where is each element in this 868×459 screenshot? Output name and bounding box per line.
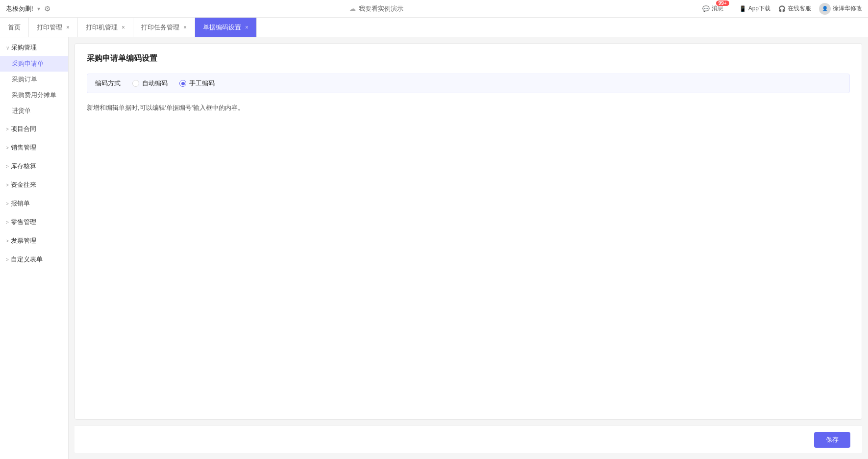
sidebar-group-project-contract-header[interactable]: > 项目合同 [0, 121, 68, 137]
auto-code-label: 自动编码 [142, 79, 168, 88]
tab-print-management-close[interactable]: × [66, 24, 70, 31]
chevron-right-icon-7: > [6, 238, 9, 244]
sidebar-group-capital-label: 资金往来 [11, 180, 36, 189]
manual-code-radio[interactable] [179, 80, 186, 87]
save-button[interactable]: 保存 [814, 432, 850, 448]
tab-single-code-settings-close[interactable]: × [245, 24, 248, 31]
chevron-right-icon: > [6, 127, 9, 132]
tab-printer-management[interactable]: 打印机管理 × [78, 18, 133, 37]
bottom-bar: 保存 [74, 426, 862, 453]
user-avatar-area[interactable]: 👤 徐泽华修改 [819, 3, 862, 15]
tab-bar: 首页 打印管理 × 打印机管理 × 打印任务管理 × 单据编码设置 × [0, 18, 868, 37]
coding-method-label: 编码方式 [95, 79, 121, 88]
sidebar-group-custom-forms: > 自定义表单 [0, 251, 68, 268]
tab-home-label: 首页 [8, 23, 21, 32]
sidebar-group-returns-header[interactable]: > 报销单 [0, 195, 68, 212]
sidebar-group-sales-header[interactable]: > 销售管理 [0, 139, 68, 156]
sidebar-item-purchase-expense[interactable]: 采购费用分摊单 [0, 87, 68, 103]
sidebar-group-capital-header[interactable]: > 资金往来 [0, 177, 68, 193]
sidebar-group-capital: > 资金往来 [0, 177, 68, 193]
sidebar-group-retail: > 零售管理 [0, 214, 68, 230]
sidebar-group-invoice-label: 发票管理 [11, 236, 36, 245]
auto-code-radio-option[interactable]: 自动编码 [132, 79, 168, 88]
app-download-button[interactable]: 📱 App下载 [739, 4, 770, 13]
sidebar-item-incoming[interactable]: 进货单 [0, 103, 68, 119]
online-service-label: 在线客服 [788, 4, 811, 13]
tab-single-code-settings[interactable]: 单据编码设置 × [195, 18, 257, 37]
tab-print-task-management[interactable]: 打印任务管理 × [133, 18, 195, 37]
sidebar-item-purchase-order[interactable]: 采购订单 [0, 72, 68, 87]
tab-print-task-management-label: 打印任务管理 [141, 23, 179, 32]
content-area: 采购申请单编码设置 编码方式 自动编码 手工编码 [69, 37, 868, 459]
tab-print-management-label: 打印管理 [37, 23, 62, 32]
sidebar: ∨ 采购管理 采购申请单 采购订单 采购费用分摊单 进货单 > 项目合同 [0, 37, 69, 459]
tab-single-code-settings-label: 单据编码设置 [203, 23, 241, 32]
top-bar-right: 💬 消息 99+ 📱 App下载 🎧 在线客服 👤 徐泽华修改 [702, 3, 862, 15]
sidebar-group-invoice-header[interactable]: > 发票管理 [0, 232, 68, 249]
coding-method-row: 编码方式 自动编码 手工编码 [87, 74, 850, 93]
chevron-right-icon-3: > [6, 164, 9, 169]
app-icon: 📱 [739, 5, 746, 12]
sidebar-group-sales-label: 销售管理 [11, 143, 36, 152]
sidebar-group-project-contract: > 项目合同 [0, 121, 68, 137]
sidebar-group-purchase-header[interactable]: ∨ 采购管理 [0, 39, 68, 56]
sidebar-group-invoice: > 发票管理 [0, 232, 68, 249]
sidebar-group-purchase: ∨ 采购管理 采购申请单 采购订单 采购费用分摊单 进货单 [0, 39, 68, 119]
tab-print-task-management-close[interactable]: × [183, 24, 187, 31]
tab-print-management[interactable]: 打印管理 × [29, 18, 78, 37]
tab-home[interactable]: 首页 [0, 18, 29, 37]
auto-code-radio[interactable] [132, 80, 139, 87]
radio-inner-dot [181, 82, 185, 85]
app-download-label: App下载 [748, 4, 770, 13]
chevron-right-icon-8: > [6, 257, 9, 262]
sidebar-group-inventory-label: 库存核算 [11, 162, 36, 171]
main-layout: ∨ 采购管理 采购申请单 采购订单 采购费用分摊单 进货单 > 项目合同 [0, 37, 868, 459]
online-service-button[interactable]: 🎧 在线客服 [778, 4, 811, 13]
description-text: 新增和编辑单据时,可以编辑'单据编号'输入框中的内容。 [87, 103, 850, 113]
sidebar-group-returns-label: 报销单 [11, 199, 30, 208]
chevron-right-icon-2: > [6, 145, 9, 151]
settings-icon[interactable]: ⚙ [44, 4, 50, 13]
tab-printer-management-label: 打印机管理 [86, 23, 118, 32]
message-icon: 💬 [702, 5, 710, 12]
avatar: 👤 [819, 3, 831, 15]
page-title: 采购申请单编码设置 [87, 53, 850, 64]
sidebar-group-inventory: > 库存核算 [0, 158, 68, 175]
brand-label: 老板勿删! [6, 4, 33, 13]
chevron-right-icon-4: > [6, 182, 9, 188]
manual-code-radio-option[interactable]: 手工编码 [179, 79, 215, 88]
message-button[interactable]: 💬 消息 99+ [702, 4, 723, 13]
cloud-icon: ☁ [349, 5, 356, 12]
sidebar-group-custom-forms-label: 自定义表单 [11, 255, 43, 264]
sidebar-group-inventory-header[interactable]: > 库存核算 [0, 158, 68, 175]
sidebar-group-custom-forms-header[interactable]: > 自定义表单 [0, 251, 68, 268]
brand-dropdown-icon[interactable]: ▾ [37, 5, 40, 12]
chevron-right-icon-5: > [6, 201, 9, 206]
sidebar-group-retail-label: 零售管理 [11, 218, 36, 227]
chevron-down-icon: ∨ [6, 45, 9, 51]
message-badge: 99+ [716, 0, 729, 6]
top-bar-left: 老板勿删! ▾ ⚙ [6, 4, 50, 13]
chevron-right-icon-6: > [6, 220, 9, 225]
sidebar-item-purchase-request[interactable]: 采购申请单 [0, 56, 68, 72]
sidebar-group-sales: > 销售管理 [0, 139, 68, 156]
manual-code-label: 手工编码 [189, 79, 215, 88]
top-bar: 老板勿删! ▾ ⚙ ☁ 我要看实例演示 💬 消息 99+ 📱 App下载 🎧 在… [0, 0, 868, 18]
sidebar-group-purchase-label: 采购管理 [11, 43, 37, 52]
content-inner: 采购申请单编码设置 编码方式 自动编码 手工编码 [74, 43, 862, 420]
sidebar-group-returns: > 报销单 [0, 195, 68, 212]
sidebar-group-project-contract-label: 项目合同 [11, 125, 36, 133]
tab-printer-management-close[interactable]: × [122, 24, 125, 31]
center-text[interactable]: 我要看实例演示 [359, 4, 403, 13]
user-name: 徐泽华修改 [833, 4, 862, 13]
headset-icon: 🎧 [778, 5, 786, 12]
sidebar-group-retail-header[interactable]: > 零售管理 [0, 214, 68, 230]
top-bar-center: ☁ 我要看实例演示 [349, 4, 403, 13]
